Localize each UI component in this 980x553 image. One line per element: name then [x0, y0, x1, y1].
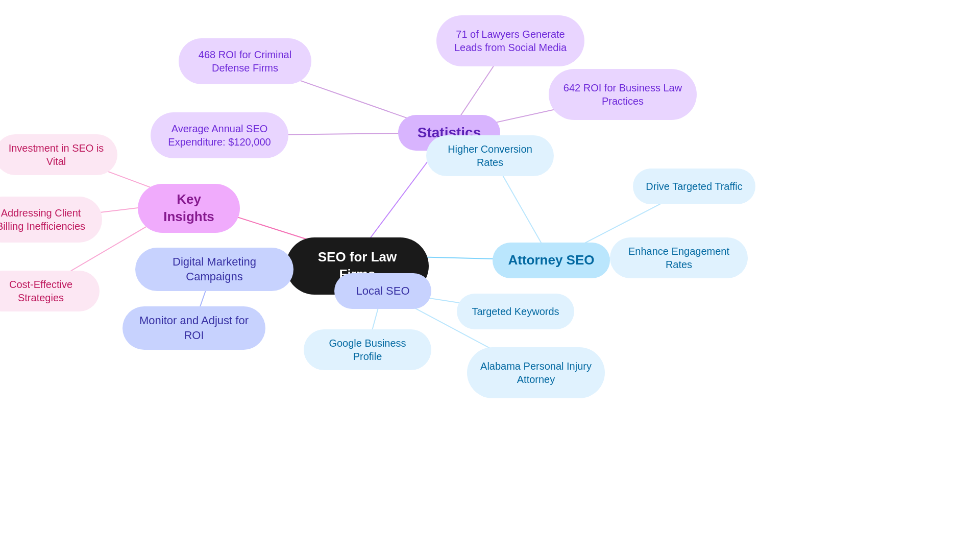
local-seo-child-1[interactable]: Targeted Keywords — [457, 294, 574, 329]
stat-child-0-label: 71 of Lawyers Generate Leads from Social… — [449, 28, 572, 54]
mindmap-container: SEO for Law Firms Statistics 71 of Lawye… — [0, 0, 980, 553]
attorney-seo-node[interactable]: Attorney SEO — [493, 243, 610, 278]
local-seo-child-2-label: Alabama Personal Injury Attorney — [479, 359, 593, 386]
stat-child-3[interactable]: Average Annual SEO Expenditure: $120,000 — [151, 112, 288, 158]
stat-child-1-label: 642 ROI for Business Law Practices — [561, 81, 684, 108]
stat-child-0[interactable]: 71 of Lawyers Generate Leads from Social… — [436, 15, 584, 66]
digital-marketing-node[interactable]: Digital Marketing Campaigns — [135, 248, 293, 291]
insight-child-1[interactable]: Addressing Client Billing Inefficiencies — [0, 197, 102, 243]
monitor-adjust-label: Monitor and Adjust for ROI — [135, 314, 253, 343]
insight-child-2-label: Cost-Effective Strategies — [0, 278, 87, 304]
insight-child-0-label: Investment in SEO is Vital — [7, 141, 105, 168]
stat-child-2[interactable]: 468 ROI for Criminal Defense Firms — [179, 38, 311, 84]
insight-child-0[interactable]: Investment in SEO is Vital — [0, 134, 117, 175]
key-insights-label: Key Insights — [150, 191, 228, 226]
stat-child-1[interactable]: 642 ROI for Business Law Practices — [549, 69, 697, 120]
digital-marketing-label: Digital Marketing Campaigns — [148, 255, 281, 284]
seo-child-0-label: Higher Conversion Rates — [438, 142, 542, 169]
local-seo-child-0[interactable]: Google Business Profile — [304, 329, 431, 370]
insight-child-2[interactable]: Cost-Effective Strategies — [0, 271, 100, 311]
local-seo-node[interactable]: Local SEO — [334, 273, 431, 309]
seo-child-1-label: Drive Targeted Traffic — [646, 180, 742, 193]
seo-child-1[interactable]: Drive Targeted Traffic — [633, 169, 755, 204]
local-seo-child-2[interactable]: Alabama Personal Injury Attorney — [467, 347, 605, 398]
stat-child-3-label: Average Annual SEO Expenditure: $120,000 — [163, 122, 276, 149]
seo-child-2[interactable]: Enhance Engagement Rates — [610, 237, 748, 278]
attorney-seo-label: Attorney SEO — [508, 252, 594, 269]
monitor-adjust-node[interactable]: Monitor and Adjust for ROI — [122, 306, 265, 350]
insight-child-1-label: Addressing Client Billing Inefficiencies — [0, 206, 90, 233]
seo-child-2-label: Enhance Engagement Rates — [622, 245, 736, 271]
stat-child-2-label: 468 ROI for Criminal Defense Firms — [191, 48, 299, 75]
local-seo-label: Local SEO — [356, 284, 409, 299]
local-seo-child-0-label: Google Business Profile — [316, 336, 419, 363]
local-seo-child-1-label: Targeted Keywords — [472, 305, 559, 318]
key-insights-node[interactable]: Key Insights — [138, 184, 240, 233]
seo-child-0[interactable]: Higher Conversion Rates — [426, 135, 554, 176]
